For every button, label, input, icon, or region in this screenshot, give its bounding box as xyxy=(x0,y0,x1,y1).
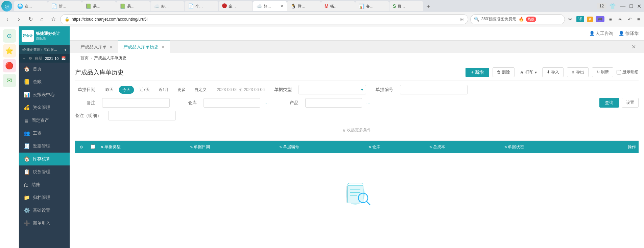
nav-label-general: 总账 xyxy=(33,79,42,85)
date-1month[interactable]: 近1月 xyxy=(155,86,172,94)
nav-item-fund[interactable]: 💰 资金管理 xyxy=(19,101,70,114)
bookmark-button[interactable]: ☆ xyxy=(49,15,58,24)
display-detail-checkbox[interactable] xyxy=(617,70,621,74)
display-detail-checkbox-label[interactable]: 显示明细 xyxy=(617,69,639,75)
note-detail-filter-input[interactable] xyxy=(108,111,176,120)
product-filter-input[interactable] xyxy=(305,98,362,108)
settings-button[interactable]: 设置 xyxy=(622,98,639,108)
nav-item-basic[interactable]: ⚙️ 基础设置 xyxy=(19,204,70,217)
sidebar-app-mail[interactable]: ✉ xyxy=(3,74,16,87)
tab-list[interactable]: 产成品入库单 ✕ xyxy=(75,41,118,53)
close-icon[interactable]: ✕ xyxy=(636,3,643,9)
print-button[interactable]: 🖨 打印 ▾ xyxy=(518,68,539,76)
table-warehouse-col[interactable]: 仓库 xyxy=(366,141,426,153)
date-custom[interactable]: 自定义 xyxy=(191,86,210,94)
nav-label-fixed: 固定资产 xyxy=(31,117,49,123)
new-button[interactable]: + 新增 xyxy=(466,68,489,77)
table-type-col[interactable]: 单据类型 xyxy=(98,141,187,153)
back-button[interactable]: ‹ xyxy=(3,15,12,24)
nav-item-archive[interactable]: 📁 归档管理 xyxy=(19,191,70,204)
minimize-icon[interactable]: — xyxy=(619,3,627,9)
sidebar-app-weibo[interactable]: 🔴 xyxy=(3,59,16,72)
select-all-checkbox[interactable] xyxy=(91,144,95,149)
tab-6[interactable]: 📄 个… xyxy=(185,1,218,11)
breadcrumb-home[interactable]: 首页 xyxy=(80,55,89,61)
user-avatar[interactable]: 👤 徐泽华 xyxy=(619,30,639,37)
date-more[interactable]: 更多 xyxy=(174,86,189,94)
table-date-col[interactable]: 单据日期 xyxy=(187,141,277,153)
settings-icon[interactable]: ⚙ xyxy=(29,56,32,61)
refresh-button[interactable]: ↻ xyxy=(26,15,35,24)
calendar-icon[interactable]: 📅 xyxy=(61,56,66,61)
tab-3[interactable]: 📗 易… xyxy=(82,1,116,11)
menu-icon[interactable]: ≡ xyxy=(636,16,641,23)
nav-item-tax[interactable]: 📋 税务管理 xyxy=(19,165,70,178)
nav-item-closing[interactable]: 🗂 结账 xyxy=(19,178,70,191)
tab-12[interactable]: S 目… xyxy=(389,1,423,11)
forward-button[interactable]: › xyxy=(14,15,24,24)
collapse-button[interactable]: ∧ 收起更多条件 xyxy=(342,125,371,135)
address-bar: ‹ › ↻ ⌂ ☆ 🔒 https://cloud.chanjet.com/ac… xyxy=(0,12,644,26)
table-settings-col[interactable]: ⚙ xyxy=(75,141,87,153)
url-bar[interactable]: 🔒 https://cloud.chanjet.com/accounting/u… xyxy=(60,14,468,24)
undo-icon[interactable]: ↶ xyxy=(626,16,633,23)
company-name: (勿删勿禁用）江西服宝测试专用 xyxy=(22,47,59,52)
note-filter-input[interactable] xyxy=(102,98,170,108)
tab-2[interactable]: 📄 新… xyxy=(48,1,82,11)
nav-item-invoice[interactable]: 🧾 发票管理 xyxy=(19,140,70,153)
nav-item-fixed[interactable]: 🖥 固定资产 xyxy=(19,114,70,127)
company-selector[interactable]: (勿删勿禁用）江西服宝测试专用 ▾ xyxy=(19,45,70,54)
tab-1[interactable]: 🌐 在… xyxy=(14,1,48,11)
number-filter-input[interactable] xyxy=(400,85,468,94)
nav-item-general[interactable]: 📒 总账 xyxy=(19,75,70,88)
tab-5[interactable]: ☁️ 好… xyxy=(150,1,184,11)
nav-item-report[interactable]: 📊 云报表中心 xyxy=(19,88,70,101)
theme-icon[interactable]: ☀ xyxy=(617,16,624,23)
export-button[interactable]: ⬆ 导出 xyxy=(567,67,588,77)
tab-10[interactable]: M 畅… xyxy=(321,1,355,11)
table-checkbox-col[interactable] xyxy=(87,141,98,153)
tab-list-close[interactable]: ✕ xyxy=(110,45,113,49)
home-button[interactable]: ⌂ xyxy=(37,15,47,24)
tab-8-close[interactable]: ✕ xyxy=(280,4,283,8)
game-icon[interactable]: 🎮 xyxy=(596,16,604,22)
query-button[interactable]: 查询 xyxy=(599,98,619,108)
user-service-link[interactable]: 👤 人工咨询 xyxy=(589,30,614,37)
table-status-col[interactable]: 单据状态 xyxy=(502,141,591,153)
translate-icon[interactable]: 译 xyxy=(576,16,584,22)
tab-history-close[interactable]: ✕ xyxy=(161,45,164,49)
profile-icon[interactable]: 👕 xyxy=(608,3,617,9)
sidebar-app-chanjet[interactable]: ⊙ xyxy=(3,29,16,43)
table-cost-col[interactable]: 总成本 xyxy=(427,141,502,153)
tab-9[interactable]: 🐧 腾… xyxy=(287,1,321,11)
table-number-col[interactable]: 单据编号 xyxy=(277,141,366,153)
currency-icon[interactable]: ¥ xyxy=(587,17,593,22)
nav-item-home[interactable]: 🏠 首页 xyxy=(19,63,70,75)
tab-4[interactable]: 📗 易… xyxy=(116,1,150,11)
nav-item-payroll[interactable]: 👥 工资 xyxy=(19,127,70,140)
refresh-button[interactable]: ↻ 刷新 xyxy=(592,67,613,77)
tab-11[interactable]: 📊 各… xyxy=(355,1,389,11)
product-filter-dots[interactable]: … xyxy=(363,100,373,105)
date-7days[interactable]: 近7天 xyxy=(136,86,153,94)
warehouse-filter-dots[interactable]: … xyxy=(262,100,271,105)
tab-8[interactable]: ☁️ 好… ✕ xyxy=(253,1,287,11)
tab-7[interactable]: 🅒 企… xyxy=(219,1,253,11)
sidebar-app-star[interactable]: ⭐ xyxy=(3,44,16,58)
date-today[interactable]: 今天 xyxy=(119,86,134,94)
delete-button[interactable]: 🗑 删除 xyxy=(493,67,515,77)
import-button[interactable]: ⬇ 导入 xyxy=(542,67,564,77)
date-yesterday[interactable]: 昨天 xyxy=(102,86,117,94)
grid-icon[interactable]: ⊞ xyxy=(607,16,614,23)
maximize-icon[interactable]: □ xyxy=(628,3,634,9)
type-filter-select[interactable]: ▾ xyxy=(299,85,366,94)
new-tab-button[interactable]: ＋ xyxy=(424,1,433,11)
tab-history[interactable]: 产成品入库单历史 ✕ xyxy=(118,41,170,53)
scissors-icon[interactable]: ✂ xyxy=(567,16,574,23)
nav-item-newbill[interactable]: ➕ 新单引入 xyxy=(19,217,70,230)
nav-item-inventory[interactable]: 🏠 库存核算 xyxy=(19,153,70,165)
plus-icon[interactable]: ＋ xyxy=(22,56,26,61)
search-area[interactable]: 🔍 360智能抠图免费用 🔥 热搜 xyxy=(470,14,565,24)
panel-close-button[interactable]: ✕ xyxy=(629,44,639,50)
warehouse-filter-input[interactable] xyxy=(204,98,260,108)
